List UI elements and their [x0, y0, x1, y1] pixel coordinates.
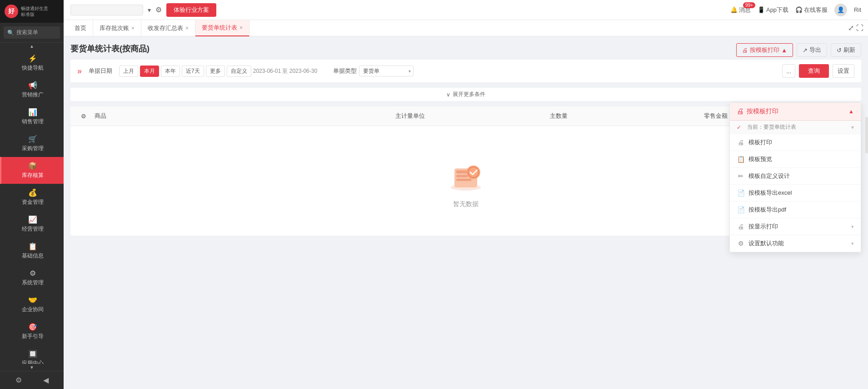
refresh-button[interactable]: ↺ 刷新: [831, 43, 861, 57]
template-design-icon: ✏: [737, 172, 745, 180]
sidebar-item-inventory[interactable]: 📦 库存核算: [0, 157, 64, 184]
dropdown-item-template-print[interactable]: 🖨 模板打印: [730, 134, 861, 151]
dropdown-close-chevron[interactable]: ▲: [848, 108, 854, 115]
page-actions-bar: 🖨 按模板打印 ▲ ↗ 导出 ↺ 刷新: [736, 43, 861, 57]
sidebar-item-guide[interactable]: 🎯 新手引导: [0, 318, 64, 345]
check-icon: ✓: [737, 124, 741, 131]
topbar-gear-icon[interactable]: ⚙: [155, 5, 162, 14]
quick-nav-icon: ⚡: [28, 54, 37, 63]
date-custom-button[interactable]: 自定义: [227, 66, 251, 77]
scroll-up[interactable]: ▲: [0, 43, 64, 50]
empty-text: 暂无数据: [453, 200, 479, 208]
tabbar-fullscreen-button[interactable]: ⛶: [856, 24, 863, 32]
default-func-icon: ⚙: [737, 240, 745, 247]
topbar-dropdown-arrow[interactable]: ▾: [148, 6, 151, 14]
basic-icon: 📋: [28, 242, 37, 251]
sidebar-item-purchase[interactable]: 🛒 采购管理: [0, 130, 64, 157]
experience-button[interactable]: 体验行业方案: [166, 3, 216, 17]
dropdown-item-template-design[interactable]: ✏ 模板自定义设计: [730, 168, 861, 185]
dropdown-item-template-preview[interactable]: 📋 模板预览: [730, 151, 861, 168]
tab-receipt-summary[interactable]: 收发存汇总表 ×: [141, 20, 195, 36]
filter-toggle-button[interactable]: »: [77, 66, 82, 76]
page-content-area: 要货单统计表(按商品) 🖨 按模板打印 ▲ ↗ 导出 ↺ 刷新 » 单据日期 上…: [64, 36, 868, 389]
dropdown-item-export-excel[interactable]: 📄 按模板导出excel: [730, 185, 861, 202]
query-button[interactable]: 查询: [799, 64, 829, 78]
topbar: ▾ ⚙ 体验行业方案 🔔 消息 99+ 📱 App下载 🎧 在线客服 👤 Rit: [64, 0, 868, 20]
template-print-icon: 🖨: [737, 139, 745, 146]
inventory-icon: 📦: [28, 162, 37, 170]
search-icon: 🔍: [7, 30, 14, 36]
tab-home[interactable]: 首页: [68, 20, 93, 36]
tab-inventory-batch[interactable]: 库存批次账 ×: [93, 20, 141, 36]
sidebar-footer: ⚙ ◀: [0, 371, 64, 389]
template-preview-icon: 📋: [737, 156, 745, 163]
date-this-year-button[interactable]: 本年: [161, 66, 180, 77]
dropdown-item-display-print[interactable]: 🖨 按显示打印 ▾: [730, 218, 861, 235]
dropdown-title: 🖨 按模板打印: [737, 107, 778, 116]
sidebar-item-operations[interactable]: 📈 经营管理: [0, 211, 64, 237]
display-print-icon: 🖨: [737, 223, 745, 230]
sidebar-item-system[interactable]: ⚙ 系统管理: [0, 264, 64, 291]
user-avatar[interactable]: 👤: [834, 4, 847, 16]
app-logo: 好 畅捷通好生意 标准版: [0, 0, 64, 23]
date-filter-group: 上月 本月 本年 近7天 更多 自定义 2023-06-01 至 2023-06…: [119, 66, 317, 77]
sidebar-item-sales[interactable]: 📊 销售管理: [0, 103, 64, 130]
marketing-icon: 📢: [28, 81, 37, 90]
scroll-down[interactable]: ▼: [0, 364, 64, 371]
svg-point-5: [467, 166, 480, 179]
type-filter-group: 单据类型 要货单: [333, 66, 414, 76]
sales-icon: 📊: [28, 108, 37, 116]
username-label[interactable]: Rit: [854, 6, 861, 13]
finance-icon: 💰: [28, 188, 37, 197]
expand-more-icon: ∨: [446, 91, 450, 98]
tab-order-stats[interactable]: 要货单统计表 ×: [195, 20, 249, 36]
tab-receipt-summary-close[interactable]: ×: [185, 25, 189, 31]
table-header-unit: 主计量单位: [392, 110, 546, 122]
notification-badge: 99+: [743, 2, 755, 8]
more-dots-button[interactable]: ...: [782, 64, 795, 78]
sidebar-item-quick-nav[interactable]: ⚡ 快捷导航: [0, 50, 64, 76]
filter-bar: » 单据日期 上月 本月 本年 近7天 更多 自定义 2023-06-01 至 …: [70, 60, 861, 82]
notifications-button[interactable]: 🔔 消息 99+: [730, 6, 751, 14]
date-range-text: 2023-06-01 至 2023-06-30: [253, 67, 317, 75]
app-download-button[interactable]: 📱 App下载: [758, 6, 788, 14]
date-this-month-button[interactable]: 本月: [140, 66, 159, 77]
type-select[interactable]: 要货单: [359, 66, 414, 76]
sidebar-item-finance[interactable]: 💰 资金管理: [0, 184, 64, 211]
type-select-wrapper: 要货单: [359, 66, 414, 76]
column-settings-button[interactable]: 设置: [833, 64, 854, 78]
sidebar-settings-button[interactable]: ⚙: [15, 376, 22, 384]
sidebar-item-collab[interactable]: 🤝 企业协同: [0, 291, 64, 318]
export-button[interactable]: ↗ 导出: [797, 43, 827, 57]
dropdown-item-default-func[interactable]: ⚙ 设置默认功能 ▾: [730, 235, 861, 252]
sidebar-collapse-button[interactable]: ◀: [43, 376, 49, 384]
expand-more-conditions[interactable]: ∨ 展开更多条件: [70, 88, 861, 101]
tab-order-stats-close[interactable]: ×: [239, 25, 243, 31]
headset-icon: 🎧: [795, 6, 803, 13]
online-service-button[interactable]: 🎧 在线客服: [795, 6, 828, 14]
tabbar-expand-button[interactable]: ⤢: [848, 24, 854, 32]
date-last7days-button[interactable]: 近7天: [182, 66, 204, 77]
collapse-icon: ◀: [43, 376, 49, 384]
sidebar-item-basic[interactable]: 📋 基础信息: [0, 237, 64, 264]
sidebar-item-marketing[interactable]: 📢 营销推广: [0, 76, 64, 103]
table-header-gear[interactable]: ⚙: [77, 111, 91, 121]
empty-illustration: [443, 153, 489, 200]
scroll-indicator[interactable]: [865, 117, 868, 153]
export-pdf-icon: 📄: [737, 206, 745, 213]
print-dropdown-panel: 🖨 按模板打印 ▲ ✓ 当前：要货单统计表 ▾ 🖨 模板打印 📋 模板预览 ✏: [729, 102, 861, 253]
dropdown-item-export-pdf[interactable]: 📄 按模板导出pdf: [730, 202, 861, 218]
app-icon: 📱: [758, 6, 765, 13]
sidebar-item-appstore[interactable]: 🔲 应用中心: [0, 345, 64, 364]
system-icon: ⚙: [30, 269, 36, 278]
search-menu-button[interactable]: 🔍 搜索菜单: [4, 26, 60, 39]
dropdown-header-icon: 🖨: [737, 107, 744, 116]
tab-inventory-batch-close[interactable]: ×: [131, 25, 135, 31]
topbar-search-input[interactable]: [70, 5, 143, 15]
print-template-button[interactable]: 🖨 按模板打印 ▲: [736, 43, 793, 57]
svg-rect-3: [456, 175, 468, 177]
current-chevron-icon: ▾: [851, 124, 854, 131]
date-more-button[interactable]: 更多: [206, 66, 225, 77]
date-last-month-button[interactable]: 上月: [119, 66, 138, 77]
topbar-right-actions: 🔔 消息 99+ 📱 App下载 🎧 在线客服 👤 Rit: [730, 4, 861, 16]
